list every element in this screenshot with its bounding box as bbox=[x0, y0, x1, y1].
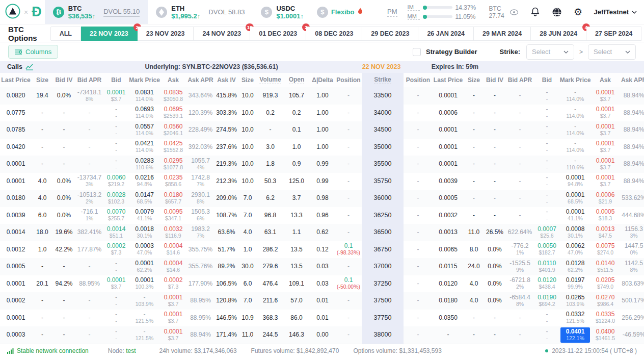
cell-ask[interactable]: 0.0001$3.7 bbox=[160, 326, 186, 344]
asset-usdc[interactable]: $ USDC $1.0001↑ bbox=[253, 0, 312, 24]
cell-put-position: - bbox=[404, 156, 433, 173]
cell-ask[interactable]: 0.0295$1077.8 bbox=[160, 156, 186, 173]
tab-08-dec-2023[interactable]: 08 DEC 2023 bbox=[306, 27, 362, 41]
strike-from-select[interactable]: Select bbox=[526, 44, 574, 60]
tab-26-jan-2024[interactable]: 26 JAN 2024 bbox=[418, 27, 474, 41]
cell-put-bid[interactable]: -- bbox=[534, 87, 559, 105]
tab-27-sep-2024[interactable]: 27 SEP 2024 bbox=[586, 27, 641, 41]
cell-put-bid[interactable]: 0.0007$25.6 bbox=[534, 224, 559, 241]
options-table-body: 0.082019.40.0%-73418.18%0.0001$3.70.0831… bbox=[0, 87, 644, 344]
dcoin-icon[interactable]: Ð bbox=[32, 5, 42, 19]
cell-put-ask[interactable]: 0.0205$749.0 bbox=[591, 275, 620, 293]
cell-ask[interactable]: 0.0004$14.6 bbox=[160, 258, 186, 275]
strategy-builder-checkbox[interactable] bbox=[413, 48, 421, 56]
node-info[interactable]: Node: test bbox=[108, 347, 136, 354]
cell-put-bid[interactable]: 0.0190$694.2 bbox=[534, 292, 559, 310]
cell-put-bid[interactable]: -- bbox=[534, 173, 559, 190]
cell-ask[interactable]: 0.0001$3.7 bbox=[160, 292, 186, 310]
tab-28-jun-2024[interactable]: 28 JUN 20244 bbox=[531, 27, 586, 41]
asset-btc[interactable]: ₿ BTC $36,535↑ DVOL 55.10 bbox=[45, 0, 148, 24]
chart-icon[interactable] bbox=[25, 64, 34, 70]
account-menu[interactable]: JeffTestnet bbox=[594, 8, 637, 16]
eye-icon[interactable] bbox=[508, 7, 520, 18]
asset-eth[interactable]: ETH $1,995.2↑ DVOL 58.83 bbox=[148, 0, 253, 24]
cell-ask[interactable]: 0.0001$3.7 bbox=[160, 310, 186, 327]
cell-ask[interactable]: 0.0002$7.3 bbox=[160, 275, 186, 293]
tab-22-nov-2023[interactable]: 22 NOV 20232 bbox=[81, 27, 138, 41]
cell-bid[interactable]: -- bbox=[104, 292, 128, 310]
cell-put-ask[interactable]: 0.0400$1461.5 bbox=[591, 326, 620, 344]
cell-bid[interactable]: -- bbox=[104, 326, 128, 344]
cell-bid[interactable]: -- bbox=[104, 310, 128, 327]
cell-put-bid[interactable]: 0.0120$438.4 bbox=[534, 275, 559, 293]
cell-bid-apr: -716.11% bbox=[75, 207, 104, 224]
cell-bid[interactable]: 0.0001$3.7 bbox=[104, 275, 128, 293]
asset-price: $1.0001↑ bbox=[276, 12, 304, 20]
cell-put-bid[interactable]: -- bbox=[534, 139, 559, 156]
cell-put-bid[interactable]: 0.0110$401.9 bbox=[534, 258, 559, 275]
globe-icon[interactable] bbox=[551, 7, 562, 18]
chevron-down-icon bbox=[625, 50, 630, 54]
cell-put-ask[interactable]: 0.0013$47.5 bbox=[591, 224, 620, 241]
cell-put-ask[interactable]: 0.0140$511.5 bbox=[591, 258, 620, 275]
cell-put-ask[interactable]: 0.0001$3.7 bbox=[591, 139, 620, 156]
cell-ask[interactable]: 0.0425$1552.8 bbox=[160, 139, 186, 156]
cell-bid[interactable]: 0.0028$102.3 bbox=[104, 190, 128, 207]
cell-put-bid[interactable]: -- bbox=[534, 310, 559, 327]
cell-put-ask[interactable]: 0.0001$3.7 bbox=[591, 121, 620, 139]
cell-put-bid[interactable]: -- bbox=[534, 190, 559, 207]
cell-bid[interactable]: 0.0002$7.3 bbox=[104, 241, 128, 259]
cell-put-ask[interactable]: 0.0335$1224.0 bbox=[591, 310, 620, 327]
cell-ask[interactable]: 0.0560$2046.1 bbox=[160, 121, 186, 139]
cell-bid[interactable]: -- bbox=[104, 105, 128, 122]
eth-dvol[interactable]: DVOL 58.83 bbox=[208, 8, 245, 16]
tab-all[interactable]: ALL bbox=[50, 27, 81, 41]
cell-ask[interactable]: 0.0235$858.6 bbox=[160, 173, 186, 190]
cell-ask[interactable]: 0.0095$347.1 bbox=[160, 207, 186, 224]
cell-put-ask[interactable]: 0.0001$3.7 bbox=[591, 173, 620, 190]
cell-put-ask[interactable]: 0.0001$3.7 bbox=[591, 87, 620, 105]
tab-23-nov-2023[interactable]: 23 NOV 2023 bbox=[138, 27, 194, 41]
cell-put-ask[interactable]: 0.0006$21.9 bbox=[591, 190, 620, 207]
bell-icon[interactable] bbox=[530, 7, 541, 18]
cell-mark-price: 0.0557114.0% bbox=[128, 121, 160, 139]
cell-put-bid[interactable]: -- bbox=[534, 207, 559, 224]
tab-01-dec-2023[interactable]: 01 DEC 20232 bbox=[250, 27, 306, 41]
cell-bid[interactable]: 0.0060$219.2 bbox=[104, 173, 128, 190]
gear-icon[interactable]: ⚙ bbox=[573, 7, 584, 18]
cell-put-bid[interactable]: -- bbox=[534, 121, 559, 139]
btc-dvol[interactable]: DVOL 55.10 bbox=[103, 8, 140, 17]
cell-put-bid[interactable]: -- bbox=[534, 105, 559, 122]
cell-ask[interactable]: 0.0180$657.7 bbox=[160, 190, 186, 207]
col-header-strike[interactable]: Strike bbox=[362, 73, 404, 87]
cell-put-bid[interactable]: -- bbox=[534, 156, 559, 173]
columns-button[interactable]: Columns bbox=[8, 45, 58, 59]
cell-put-bid[interactable]: 0.0050$182.7 bbox=[534, 241, 559, 259]
cell-put-ask[interactable]: 0.0001$3.7 bbox=[591, 156, 620, 173]
cell-bid[interactable]: -- bbox=[104, 121, 128, 139]
cell-bid[interactable]: 0.0070$255.7 bbox=[104, 207, 128, 224]
flexibo-link[interactable]: $ Flexibo bbox=[312, 0, 369, 24]
cell-bid[interactable]: -- bbox=[104, 156, 128, 173]
cell-ask[interactable]: 0.0695$2539.1 bbox=[160, 105, 186, 122]
logo-icon[interactable] bbox=[5, 4, 20, 21]
tab-24-nov-2023[interactable]: 24 NOV 202310 bbox=[194, 27, 250, 41]
col-header-volume[interactable]: Volume bbox=[257, 73, 283, 87]
cell-put-bid[interactable]: -- bbox=[534, 326, 559, 344]
cell-bid[interactable]: -- bbox=[104, 139, 128, 156]
cell-bid[interactable]: 0.0014$51.1 bbox=[104, 224, 128, 241]
tab-29-dec-2023[interactable]: 29 DEC 2023 bbox=[362, 27, 418, 41]
col-header-open[interactable]: Open bbox=[283, 73, 310, 87]
cell-put-ask[interactable]: 0.0001$3.7 bbox=[591, 105, 620, 122]
cell-bid[interactable]: -- bbox=[104, 258, 128, 275]
cell-bid[interactable]: 0.0001$3.7 bbox=[104, 87, 128, 105]
tab-29-mar-2024[interactable]: 29 MAR 2024 bbox=[474, 27, 531, 41]
strike-to-select[interactable]: Select bbox=[588, 44, 636, 60]
cell-ask[interactable]: 0.0032$116.9 bbox=[160, 224, 186, 241]
cell-put-ask[interactable]: 0.0005$18.3 bbox=[591, 207, 620, 224]
cell-ask[interactable]: 0.0004$14.6 bbox=[160, 241, 186, 259]
cell-put-ask[interactable]: 0.0075$274.0 bbox=[591, 241, 620, 259]
cell-put-ask[interactable]: 0.0270$986.4 bbox=[591, 292, 620, 310]
pm-label[interactable]: PM bbox=[387, 8, 397, 17]
cell-ask[interactable]: 0.0835$3050.8 bbox=[160, 87, 186, 105]
